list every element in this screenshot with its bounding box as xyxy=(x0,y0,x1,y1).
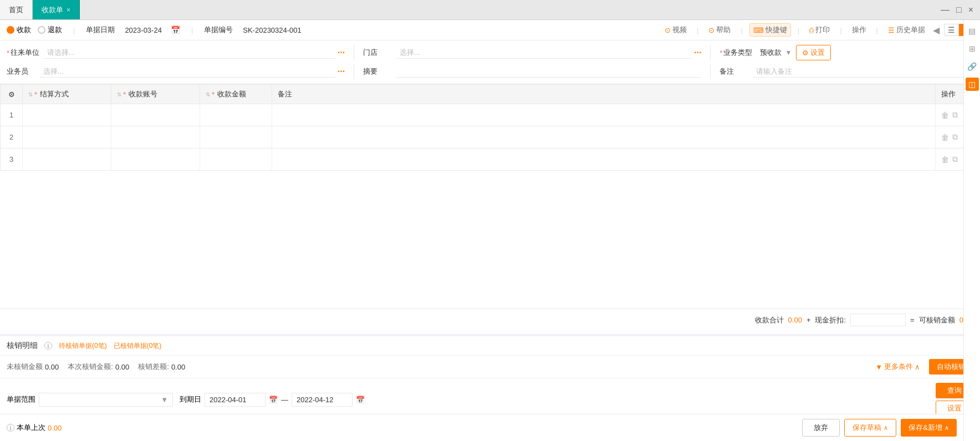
sep4: | xyxy=(741,26,742,34)
row-3-copy-icon[interactable]: ⧉ xyxy=(952,155,958,164)
done-tab[interactable]: 已核销单据(0笔) xyxy=(114,341,162,351)
row-1-settlement[interactable] xyxy=(23,104,111,126)
abstract-field: 摘要 xyxy=(363,65,701,78)
discount-input[interactable] xyxy=(850,314,906,326)
partner-input[interactable] xyxy=(44,47,335,59)
row-3-remark[interactable] xyxy=(272,148,936,171)
panel-icon-1[interactable]: ▤ xyxy=(966,24,979,38)
store-label: 门店 xyxy=(363,48,396,58)
sort-icon-2: ⇅ xyxy=(117,91,121,98)
current-label: 本次核销金额: xyxy=(68,362,113,372)
bt-dropdown-icon[interactable]: ▼ xyxy=(785,49,792,57)
btn-history-label: 历史单据 xyxy=(896,25,925,35)
settings-button[interactable]: ⚙ 设置 xyxy=(796,45,831,60)
btn-ops[interactable]: 操作 xyxy=(849,24,870,36)
footer-info-icon[interactable]: ℹ xyxy=(7,424,14,432)
minimize-button[interactable]: — xyxy=(941,5,950,15)
staff-field: 业务员 ··· xyxy=(7,65,345,78)
calendar-from-icon[interactable]: 📅 xyxy=(269,396,278,404)
row-1-amount[interactable] xyxy=(200,104,272,126)
bt-label: 业务类型 xyxy=(723,48,757,58)
panel-icon-2[interactable]: ⊞ xyxy=(966,42,979,55)
abandon-button[interactable]: 放弃 xyxy=(802,419,840,437)
table-settings-icon[interactable]: ⚙ xyxy=(1,85,23,104)
radio-tuikuan[interactable]: 退款 xyxy=(38,25,62,35)
save-draft-button[interactable]: 保存草稿 ∧ xyxy=(844,419,896,437)
row-3-settlement[interactable] xyxy=(23,148,111,171)
diff-value: 0.00 xyxy=(171,363,185,371)
no-field: 单据编号 SK-20230324-001 xyxy=(204,25,302,35)
radio-shoukuan[interactable]: 收款 xyxy=(7,25,31,35)
toolbar-right: ⊙ 视频 | ⊙ 帮助 | ⌨ 快捷键 | ⎙ 打印 | 操作 | xyxy=(661,23,973,37)
row-1-remark[interactable] xyxy=(272,104,936,126)
footer-actions: 放弃 保存草稿 ∧ 保存&新增 ∧ xyxy=(802,419,957,437)
table-header: ⚙ ⇅ * 结算方式 ⇅ * 收款账号 xyxy=(1,85,980,104)
date-value: 2023-03-24 xyxy=(125,26,162,34)
row-1-delete-icon[interactable]: 🗑 xyxy=(941,111,949,120)
remark-label: 备注 xyxy=(719,66,753,76)
row-2-remark[interactable] xyxy=(272,126,936,148)
btn-print[interactable]: ⎙ 打印 xyxy=(806,24,833,36)
save-new-button[interactable]: 保存&新增 ∧ xyxy=(901,419,957,437)
right-panel: ▤ ⊞ 🔗 ◫ xyxy=(963,20,980,441)
store-more-icon[interactable]: ··· xyxy=(694,48,701,58)
row-2-amount[interactable] xyxy=(200,126,272,148)
unwriteoff-label: 未核销金额 xyxy=(7,362,43,372)
row-3-account[interactable] xyxy=(111,148,200,171)
row-2-account[interactable] xyxy=(111,126,200,148)
row-1-account[interactable] xyxy=(111,104,200,126)
footer-info: ℹ 本单上次 0.00 xyxy=(7,423,62,433)
row-1-copy-icon[interactable]: ⧉ xyxy=(952,110,958,120)
range-field: 单据范围 ▼ xyxy=(7,393,173,407)
date-to-input[interactable] xyxy=(292,393,353,407)
calendar-to-icon[interactable]: 📅 xyxy=(356,396,365,404)
btn-help[interactable]: ⊙ 帮助 xyxy=(705,24,734,36)
btn-video[interactable]: ⊙ 视频 xyxy=(661,24,690,36)
help-icon: ⊙ xyxy=(708,26,714,34)
save-new-arrow-icon: ∧ xyxy=(945,424,949,432)
range-select[interactable]: ▼ xyxy=(39,393,173,407)
btn-history[interactable]: ☰ 历史单据 xyxy=(885,24,928,36)
view-list-btn[interactable]: ☰ xyxy=(944,24,959,36)
panel-icon-3[interactable]: 🔗 xyxy=(966,60,979,73)
btn-shortcut[interactable]: ⌨ 快捷键 xyxy=(749,23,791,37)
nav-prev-icon[interactable]: ◀ xyxy=(933,25,940,35)
row-2-delete-icon[interactable]: 🗑 xyxy=(941,133,949,142)
more-conditions-button[interactable]: ▼ 更多条件 ∧ xyxy=(875,362,920,372)
due-date-label: 到期日 xyxy=(180,394,201,404)
abstract-input[interactable] xyxy=(396,65,701,78)
pending-tab[interactable]: 待核销单据(0笔) xyxy=(59,341,107,351)
close-button[interactable]: × xyxy=(968,5,973,15)
save-draft-label: 保存草稿 xyxy=(853,423,881,433)
row-3-amount[interactable] xyxy=(200,148,272,171)
row-2-settlement[interactable] xyxy=(23,126,111,148)
panel-icon-4[interactable]: ◫ xyxy=(966,78,979,91)
staff-more-icon[interactable]: ··· xyxy=(338,66,345,76)
current-stat: 本次核销金额: 0.00 xyxy=(68,362,129,372)
writeoff-info-icon[interactable]: ℹ xyxy=(44,342,52,350)
store-input[interactable] xyxy=(396,47,692,59)
sort-icon-3: ⇅ xyxy=(206,91,210,98)
window-controls: — □ × xyxy=(941,5,980,15)
calendar-icon[interactable]: 📅 xyxy=(171,25,180,34)
tab-shoukuan[interactable]: 收款单 × xyxy=(33,0,80,19)
maximize-button[interactable]: □ xyxy=(956,5,962,15)
field-divider-2 xyxy=(710,45,711,60)
remark-input[interactable] xyxy=(753,65,973,78)
date-from-input[interactable] xyxy=(205,393,266,407)
sort-icon: ⇅ xyxy=(28,91,33,98)
staff-input[interactable] xyxy=(40,65,335,78)
radio-shoukuan-dot xyxy=(7,26,14,34)
form-row-1: * 往来单位 ··· 门店 ··· * 业务类型 预收款 ▼ ⚙ xyxy=(7,45,973,60)
btn-print-label: 打印 xyxy=(815,25,830,35)
btn-ops-label: 操作 xyxy=(852,25,866,35)
tab-home[interactable]: 首页 xyxy=(0,0,33,19)
total-label: 收款合计 xyxy=(755,315,784,325)
table-row: 2 🗑 ⧉ xyxy=(1,126,980,148)
partner-more-icon[interactable]: ··· xyxy=(338,48,345,58)
row-3-delete-icon[interactable]: 🗑 xyxy=(941,155,949,164)
writeoff-stats: 未核销金额 0.00 本次核销金额: 0.00 核销差额: 0.00 ▼ 更多条… xyxy=(0,356,980,378)
tab-close-icon[interactable]: × xyxy=(67,6,70,14)
row-2-copy-icon[interactable]: ⧉ xyxy=(952,132,958,142)
form-row-2: 业务员 ··· 摘要 备注 xyxy=(7,64,973,79)
